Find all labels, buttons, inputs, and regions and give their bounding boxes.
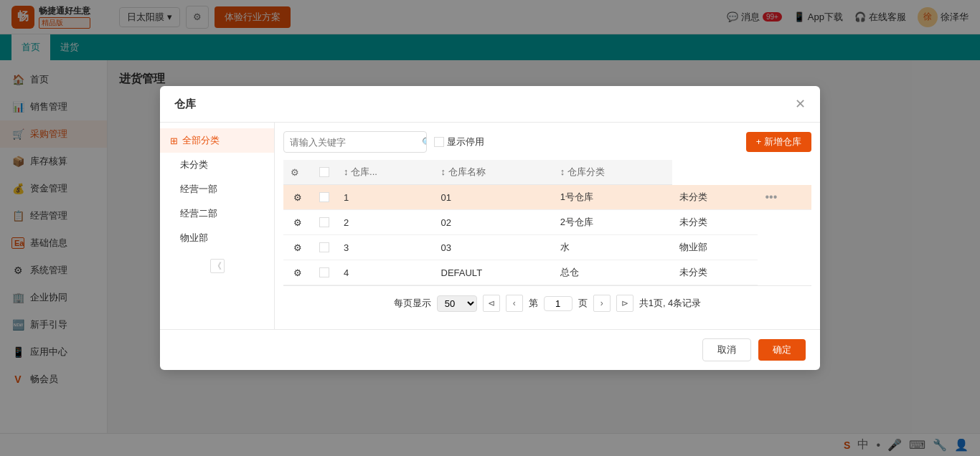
row-check-cell-3 — [312, 260, 336, 285]
th-category: ↕ 仓库分类 — [553, 160, 672, 185]
row-gear-1: ⚙ — [283, 210, 312, 235]
th-check — [312, 160, 336, 185]
row-checkbox-1[interactable] — [319, 217, 329, 227]
row-gear-icon-0: ⚙ — [293, 192, 302, 203]
add-warehouse-button[interactable]: + 新增仓库 — [746, 132, 811, 152]
category-item-unclassified[interactable]: 未分类 — [160, 153, 274, 177]
table-header-row: ⚙ ↕ 仓库... ↕ 仓库名称 — [283, 160, 811, 185]
row-warehouse-name-1: 2号仓库 — [553, 210, 672, 235]
row-gear-icon-1: ⚙ — [293, 217, 302, 228]
row-category-3: 未分类 — [672, 260, 758, 285]
search-icon[interactable]: 🔍 — [416, 137, 427, 148]
row-code-0: 01 — [434, 185, 553, 210]
collapse-button[interactable]: 《 — [210, 259, 225, 273]
grid-icon: ⊞ — [170, 136, 178, 146]
table-area: 🔍 显示停用 + 新增仓库 ⚙ — [275, 123, 820, 329]
warehouse-table: ⚙ ↕ 仓库... ↕ 仓库名称 — [283, 160, 811, 285]
category-item-ops2[interactable]: 经营二部 — [160, 201, 274, 226]
show-disabled-checkbox[interactable] — [434, 137, 444, 147]
modal-overlay: 仓库 ✕ ⊞ 全部分类 未分类 经营一部 经营二部 物业部 《 — [0, 0, 980, 456]
modal-body: ⊞ 全部分类 未分类 经营一部 经营二部 物业部 《 🔍 — [160, 123, 820, 329]
row-checkbox-3[interactable] — [319, 267, 329, 277]
row-category-2: 物业部 — [672, 235, 758, 260]
search-input[interactable] — [284, 137, 416, 148]
row-check-cell-0 — [312, 185, 336, 210]
row-gear-0: ⚙ — [283, 185, 312, 210]
row-warehouse-name-2: 水 — [553, 235, 672, 260]
row-dots-0[interactable]: ••• — [758, 185, 811, 210]
row-code-2: 03 — [434, 235, 553, 260]
row-gear-icon-2: ⚙ — [293, 242, 302, 253]
sort-icon3: ↕ — [560, 166, 565, 177]
warehouse-modal: 仓库 ✕ ⊞ 全部分类 未分类 经营一部 经营二部 物业部 《 — [160, 86, 820, 370]
row-category-0: 未分类 — [672, 185, 758, 210]
row-num-2: 3 — [336, 235, 434, 260]
cancel-button[interactable]: 取消 — [702, 338, 751, 361]
row-check-cell-1 — [312, 210, 336, 235]
modal-header: 仓库 ✕ — [160, 86, 820, 123]
table-toolbar: 🔍 显示停用 + 新增仓库 — [283, 131, 811, 153]
gear-icon: ⚙ — [291, 167, 299, 178]
row-gear-3: ⚙ — [283, 260, 312, 285]
modal-footer: 取消 确定 — [160, 329, 820, 370]
prev-page-button[interactable]: ‹ — [506, 295, 523, 312]
table-row[interactable]: ⚙1011号仓库未分类••• — [283, 185, 811, 210]
row-check-cell-2 — [312, 235, 336, 260]
th-code: ↕ 仓库... — [336, 160, 434, 185]
confirm-button[interactable]: 确定 — [758, 339, 806, 361]
modal-close-button[interactable]: ✕ — [795, 96, 806, 112]
search-box: 🔍 — [283, 131, 427, 153]
per-page-select[interactable]: 50 100 — [437, 295, 477, 312]
category-sidebar: ⊞ 全部分类 未分类 经营一部 经营二部 物业部 《 — [160, 123, 275, 329]
row-num-3: 4 — [336, 260, 434, 285]
row-num-0: 1 — [336, 185, 434, 210]
pagination: 每页显示 50 100 ⊲ ‹ 第 页 › ⊳ 共1页, 4条记录 — [283, 285, 811, 320]
table-wrapper: ⚙ ↕ 仓库... ↕ 仓库名称 — [283, 160, 811, 285]
page-number-input[interactable] — [544, 296, 573, 311]
last-page-button[interactable]: ⊳ — [616, 295, 633, 312]
table-row[interactable]: ⚙2022号仓库未分类 — [283, 210, 811, 235]
table-row[interactable]: ⚙303水物业部 — [283, 235, 811, 260]
row-checkbox-2[interactable] — [319, 242, 329, 252]
first-page-button[interactable]: ⊲ — [483, 295, 500, 312]
row-checkbox-0[interactable] — [319, 192, 329, 202]
row-code-3: DEFAULT — [434, 260, 553, 285]
show-disabled-option[interactable]: 显示停用 — [434, 136, 484, 148]
sort-icon2: ↕ — [441, 166, 446, 177]
modal-title: 仓库 — [174, 98, 196, 111]
row-gear-icon-3: ⚙ — [293, 267, 302, 278]
sort-icon: ↕ — [344, 166, 349, 177]
th-gear: ⚙ — [283, 160, 312, 185]
row-num-1: 2 — [336, 210, 434, 235]
table-row[interactable]: ⚙4DEFAULT总仓未分类 — [283, 260, 811, 285]
row-code-1: 02 — [434, 210, 553, 235]
row-warehouse-name-0: 1号仓库 — [553, 185, 672, 210]
row-category-1: 未分类 — [672, 210, 758, 235]
row-gear-2: ⚙ — [283, 235, 312, 260]
category-item-property[interactable]: 物业部 — [160, 226, 274, 250]
row-warehouse-name-3: 总仓 — [553, 260, 672, 285]
th-name: ↕ 仓库名称 — [434, 160, 553, 185]
select-all-checkbox[interactable] — [319, 167, 329, 177]
category-item-ops1[interactable]: 经营一部 — [160, 177, 274, 201]
all-categories-item[interactable]: ⊞ 全部分类 — [160, 128, 274, 153]
next-page-button[interactable]: › — [593, 295, 611, 312]
